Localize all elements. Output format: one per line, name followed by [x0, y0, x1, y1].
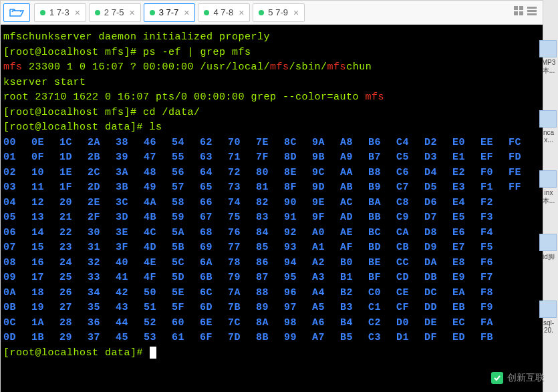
tab-label: 4 7-8: [213, 7, 233, 17]
directory-entry: E6: [452, 226, 480, 241]
directory-entry: FB: [480, 331, 509, 346]
directory-entry: 84: [256, 226, 284, 241]
directory-entry: 1C: [59, 136, 88, 151]
tab-label: 1 7-3: [49, 7, 69, 17]
directory-entry: 14: [31, 226, 59, 241]
terminal[interactable]: mfschunkserver daemon initialized proper…: [1, 25, 543, 392]
directory-entry: 8B: [256, 331, 284, 346]
terminal-output: kserver start: [3, 75, 540, 91]
directory-entry: 34: [88, 286, 116, 301]
directory-entry: 1E: [59, 166, 88, 181]
directory-entry: 45: [116, 331, 144, 346]
directory-entry: F8: [480, 286, 509, 301]
directory-entry: 5E: [172, 286, 200, 301]
directory-entry: FF: [509, 180, 537, 196]
directory-entry: 66: [200, 196, 228, 211]
directory-entry: 24: [59, 256, 88, 271]
directory-entry: AE: [340, 226, 368, 241]
directory-entry: AF: [340, 240, 368, 256]
tab-3[interactable]: 4 7-8×: [198, 3, 250, 22]
terminal-output: chun: [346, 61, 372, 73]
directory-entry: 75: [228, 210, 256, 226]
directory-entry: 44: [116, 316, 144, 331]
directory-entry: 71: [228, 150, 256, 166]
directory-entry: E0: [452, 136, 480, 151]
open-folder-button[interactable]: [3, 3, 30, 22]
close-tab-icon[interactable]: ×: [129, 7, 134, 18]
grid-view-icon[interactable]: [513, 5, 524, 19]
directory-entry: 27: [59, 301, 88, 316]
directory-entry: 85: [256, 240, 284, 256]
shell-prompt: [root@localhost mfs]#: [3, 107, 143, 118]
file-icon: [539, 40, 557, 57]
directory-entry: F9: [480, 301, 509, 316]
tab-4[interactable]: 5 7-9×: [253, 3, 305, 22]
directory-entry: 9E: [312, 196, 340, 211]
terminal-output: mfschunkserver daemon initialized proper…: [3, 30, 540, 45]
close-tab-icon[interactable]: ×: [293, 7, 299, 18]
directory-entry: 08: [3, 256, 31, 271]
desktop-shortcut-4[interactable]: sql-20.: [539, 301, 558, 334]
directory-entry: 49: [144, 180, 172, 196]
directory-entry: FA: [480, 316, 509, 331]
directory-entry: 55: [172, 150, 200, 166]
directory-entry: E7: [452, 240, 480, 256]
directory-entry: B9: [368, 180, 396, 196]
directory-entry: 51: [144, 301, 172, 316]
desktop-shortcut-1[interactable]: ncax...: [539, 110, 558, 144]
directory-entry: 96: [284, 286, 312, 301]
directory-entry: 37: [88, 331, 116, 346]
directory-entry: F7: [480, 270, 509, 286]
file-icon: [539, 170, 557, 188]
directory-entry: 38: [116, 136, 144, 151]
directory-entry: 83: [256, 210, 284, 226]
directory-entry: 4A: [144, 196, 172, 211]
directory-entry: 68: [200, 226, 228, 241]
directory-entry: A3: [312, 270, 340, 286]
directory-entry: 22: [59, 226, 88, 241]
directory-entry: 0B: [3, 301, 31, 316]
desktop-shortcut-2[interactable]: inx本...: [539, 170, 558, 206]
directory-entry: C8: [396, 196, 424, 211]
directory-entry: 54: [172, 136, 200, 151]
svg-rect-4: [527, 7, 537, 9]
directory-entry: A7: [312, 331, 340, 346]
tab-label: 2 7-5: [104, 7, 124, 17]
directory-entry: 00: [3, 136, 31, 151]
directory-entry: 10: [31, 166, 59, 181]
tab-2[interactable]: 3 7-7×: [144, 3, 196, 22]
directory-entry: 20: [59, 196, 88, 211]
directory-entry: EE: [480, 136, 509, 151]
match-highlight: mfs: [3, 61, 23, 73]
close-tab-icon[interactable]: ×: [184, 7, 189, 18]
directory-entry: C0: [368, 286, 396, 301]
directory-entry: 50: [144, 286, 172, 301]
directory-entry: 61: [172, 331, 200, 346]
desktop-shortcut-0[interactable]: MP3本...: [539, 40, 558, 75]
close-tab-icon[interactable]: ×: [75, 7, 80, 18]
directory-entry: C4: [396, 136, 424, 151]
directory-entry: DA: [424, 256, 452, 271]
tab-1[interactable]: 2 7-5×: [89, 3, 141, 22]
close-tab-icon[interactable]: ×: [239, 7, 244, 18]
desktop-shortcut-3[interactable]: id脚: [539, 234, 558, 262]
directory-entry: B8: [368, 166, 396, 181]
directory-entry: 64: [200, 166, 228, 181]
directory-entry: C2: [368, 316, 396, 331]
directory-entry: 1A: [31, 316, 59, 331]
list-view-icon[interactable]: [527, 5, 537, 19]
svg-rect-2: [514, 11, 518, 15]
directory-entry: 7B: [228, 301, 256, 316]
directory-entry: 57: [172, 180, 200, 196]
directory-entry: 79: [228, 270, 256, 286]
directory-entry: 3B: [116, 180, 144, 196]
directory-entry: D2: [424, 136, 452, 151]
directory-entry: 41: [116, 270, 144, 286]
tab-label: 3 7-7: [159, 7, 179, 17]
directory-entry: 0D: [3, 331, 31, 346]
directory-entry: 36: [88, 316, 116, 331]
tab-0[interactable]: 1 7-3×: [34, 3, 86, 22]
directory-entry: 26: [59, 286, 88, 301]
directory-entry: 05: [3, 210, 31, 226]
directory-entry: C5: [396, 150, 424, 166]
